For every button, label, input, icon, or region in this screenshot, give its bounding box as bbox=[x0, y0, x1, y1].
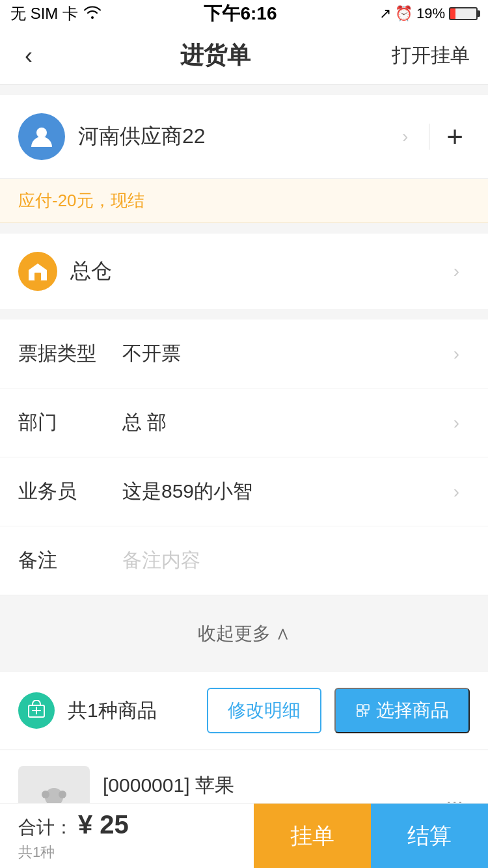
svg-rect-4 bbox=[364, 705, 369, 710]
carrier-label: 无 SIM 卡 bbox=[10, 3, 78, 24]
department-row[interactable]: 部门 总 部 › bbox=[0, 388, 488, 457]
warehouse-name: 总仓 bbox=[70, 257, 454, 286]
product-code: [0000001] bbox=[103, 774, 195, 796]
svg-point-0 bbox=[36, 128, 47, 138]
select-product-label: 选择商品 bbox=[376, 698, 449, 723]
checkout-button[interactable]: 结算 bbox=[371, 804, 488, 869]
ticket-type-row[interactable]: 票据类型 不开票 › bbox=[0, 319, 488, 388]
battery-icon bbox=[449, 7, 478, 20]
products-icon bbox=[18, 692, 55, 729]
salesman-value: 这是859的小智 bbox=[109, 478, 454, 505]
products-count: 共1种商品 bbox=[68, 698, 194, 724]
svg-point-9 bbox=[59, 791, 66, 798]
alarm-icon: ⏰ bbox=[395, 5, 413, 22]
department-value: 总 部 bbox=[109, 409, 454, 436]
supplier-divider bbox=[429, 124, 429, 150]
salesman-row[interactable]: 业务员 这是859的小智 › bbox=[0, 457, 488, 526]
warehouse-icon bbox=[18, 252, 57, 291]
warehouse-chevron-icon: › bbox=[454, 261, 459, 282]
page-title: 进货单 bbox=[180, 40, 251, 72]
ticket-type-chevron-icon: › bbox=[454, 344, 459, 364]
wifi-icon bbox=[83, 5, 102, 23]
bottom-bar: 合计： ¥ 25 共1种 挂单 结算 bbox=[0, 803, 488, 868]
svg-rect-3 bbox=[357, 705, 362, 710]
open-hang-button[interactable]: 打开挂单 bbox=[392, 42, 470, 69]
warehouse-row[interactable]: 总仓 › bbox=[0, 234, 488, 309]
supplier-chevron-icon: › bbox=[402, 126, 408, 147]
status-time: 下午6:16 bbox=[204, 1, 277, 26]
bottom-total: 合计： ¥ 25 共1种 bbox=[0, 810, 254, 862]
supplier-notice: 应付-20元，现结 bbox=[0, 179, 488, 223]
salesman-label: 业务员 bbox=[18, 478, 109, 505]
salesman-chevron-icon: › bbox=[454, 481, 459, 502]
status-right: ↗ ⏰ 19% bbox=[379, 5, 478, 22]
total-sub: 共1种 bbox=[18, 843, 236, 862]
products-header: 共1种商品 修改明细 选择商品 bbox=[0, 672, 488, 749]
remark-label: 备注 bbox=[18, 547, 109, 574]
supplier-row[interactable]: 河南供应商22 › + bbox=[0, 95, 488, 179]
remark-row[interactable]: 备注 备注内容 bbox=[0, 526, 488, 595]
svg-point-8 bbox=[42, 791, 49, 798]
ticket-type-label: 票据类型 bbox=[18, 340, 109, 367]
warehouse-section: 总仓 › bbox=[0, 234, 488, 309]
battery-percent: 19% bbox=[416, 5, 445, 22]
department-label: 部门 bbox=[18, 409, 109, 436]
svg-rect-1 bbox=[34, 273, 41, 280]
add-supplier-button[interactable]: + bbox=[440, 120, 470, 153]
collapse-button[interactable]: 收起更多 ∧ bbox=[0, 606, 488, 662]
status-bar: 无 SIM 卡 下午6:16 ↗ ⏰ 19% bbox=[0, 0, 488, 27]
total-label: 合计： bbox=[18, 815, 73, 840]
product-name: [0000001] 苹果 bbox=[103, 772, 426, 799]
nav-bar: ‹ 进货单 打开挂单 bbox=[0, 27, 488, 85]
supplier-section: 河南供应商22 › + 应付-20元，现结 bbox=[0, 95, 488, 223]
location-icon: ↗ bbox=[379, 5, 391, 22]
remark-input[interactable]: 备注内容 bbox=[109, 547, 470, 574]
back-button[interactable]: ‹ bbox=[18, 36, 39, 76]
supplier-avatar bbox=[18, 113, 65, 160]
ticket-type-value: 不开票 bbox=[109, 340, 454, 367]
product-title: 苹果 bbox=[195, 774, 234, 796]
status-left: 无 SIM 卡 bbox=[10, 3, 102, 24]
select-product-button[interactable]: 选择商品 bbox=[334, 688, 470, 733]
svg-rect-5 bbox=[357, 711, 362, 716]
hang-button[interactable]: 挂单 bbox=[254, 804, 371, 869]
total-amount: ¥ 25 bbox=[78, 810, 129, 839]
department-chevron-icon: › bbox=[454, 413, 459, 433]
edit-detail-button[interactable]: 修改明细 bbox=[207, 688, 321, 733]
form-section: 票据类型 不开票 › 部门 总 部 › 业务员 这是859的小智 › 备注 备注… bbox=[0, 319, 488, 595]
supplier-name: 河南供应商22 bbox=[78, 122, 402, 151]
